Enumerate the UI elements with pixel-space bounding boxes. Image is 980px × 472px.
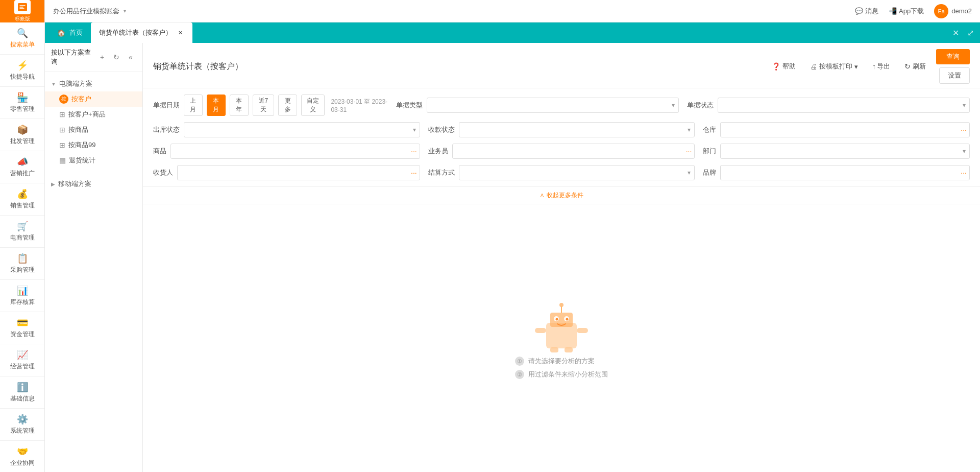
tree-item-label: 按客户+商品: [68, 110, 106, 119]
order-status-dropdown[interactable]: [718, 98, 970, 113]
refresh-scheme-btn[interactable]: ↻: [111, 52, 122, 63]
brand-input-area[interactable]: ···: [720, 165, 970, 180]
settlement-dropdown[interactable]: [459, 165, 695, 180]
tab-home[interactable]: 🏠 首页: [49, 22, 91, 43]
hint-num-2: ②: [515, 370, 524, 379]
date-btn-this-year[interactable]: 本年: [230, 95, 249, 116]
sidebar-item-inventory-calc[interactable]: 📊 库存核算: [0, 280, 45, 312]
app-title-dropdown-icon[interactable]: ▾: [124, 8, 126, 14]
user-area[interactable]: Ea demo2: [934, 4, 972, 18]
query-button[interactable]: 查询: [936, 49, 970, 64]
collapse-panel-btn[interactable]: «: [125, 52, 136, 63]
department-select[interactable]: [720, 144, 970, 159]
svg-rect-9: [577, 328, 588, 333]
sidebar-item-basic-info[interactable]: ℹ️ 基础信息: [0, 376, 45, 409]
settings-button[interactable]: 设置: [939, 67, 970, 84]
receiver-input-area[interactable]: ···: [177, 165, 420, 180]
capital-icon: 💳: [17, 317, 28, 328]
sidebar-item-sales-mgmt[interactable]: 💰 销售管理: [0, 183, 45, 216]
tree-item-by-goods99[interactable]: ⊞ 按商品99: [45, 137, 142, 153]
sidebar-item-retail-mgmt[interactable]: 🏪 零售管理: [0, 87, 45, 119]
tree-group-label: 电脑端方案: [59, 79, 92, 88]
export-label: 导出: [877, 62, 890, 71]
sidebar-item-ops-mgmt[interactable]: 📈 经营管理: [0, 344, 45, 376]
brand-dots-icon[interactable]: ···: [961, 169, 967, 177]
tab-sales-stat[interactable]: 销货单统计表（按客户） ✕: [91, 22, 192, 43]
basic-info-icon: ℹ️: [17, 382, 28, 393]
warehouse-input-area[interactable]: ···: [720, 122, 970, 137]
salesperson-input[interactable]: [452, 144, 695, 159]
warehouse-dots-icon[interactable]: ···: [961, 126, 967, 134]
warehouse-input[interactable]: [720, 122, 970, 137]
left-panel-header: 按以下方案查询 + ↻ «: [45, 43, 142, 72]
query-settings-btns: 查询 设置: [936, 49, 970, 84]
order-type-select[interactable]: [427, 98, 679, 113]
refresh-label: 刷新: [913, 62, 926, 71]
date-btn-more[interactable]: 更多: [278, 95, 297, 116]
sidebar-item-purchase-mgmt[interactable]: 📋 采购管理: [0, 248, 45, 280]
sidebar-item-wholesale-mgmt[interactable]: 📦 批发管理: [0, 119, 45, 151]
tree-item-return-stat[interactable]: ▦ 退货统计: [45, 153, 142, 168]
sidebar-item-search-menu[interactable]: 🔍 搜索菜单: [0, 22, 45, 55]
sidebar-item-quick-nav[interactable]: ⚡ 快捷导航: [0, 55, 45, 87]
add-scheme-btn[interactable]: +: [96, 52, 108, 63]
tab-maximize-icon[interactable]: ⤢: [965, 26, 976, 40]
template-print-btn[interactable]: 🖨 按模板打印 ▾: [806, 60, 862, 73]
tree-item-by-customer[interactable]: 按 按客户: [45, 91, 142, 107]
filter-item-department: 部门: [703, 144, 970, 159]
tab-label: 销货单统计表（按客户）: [99, 28, 172, 37]
message-btn[interactable]: 💬 消息: [855, 7, 878, 16]
payment-select[interactable]: [459, 122, 695, 137]
receiver-dots-icon[interactable]: ···: [411, 169, 417, 177]
system-icon: ⚙️: [17, 414, 28, 425]
tree-item-by-customer-goods[interactable]: ⊞ 按客户+商品: [45, 107, 142, 122]
export-btn[interactable]: ↑ 导出: [868, 60, 894, 73]
tab-close-icon[interactable]: ✕: [176, 29, 184, 37]
user-name: demo2: [951, 7, 972, 15]
goods-input-area[interactable]: ···: [170, 144, 420, 159]
date-btn-custom[interactable]: 自定义: [301, 95, 325, 116]
app-download-btn[interactable]: 📲 App下载: [889, 7, 924, 16]
sidebar-item-ecommerce-mgmt[interactable]: 🛒 电商管理: [0, 216, 45, 248]
svg-rect-1: [550, 313, 573, 327]
department-dropdown[interactable]: [720, 144, 970, 159]
sidebar-item-capital-mgmt[interactable]: 💳 资金管理: [0, 312, 45, 344]
delivery-dropdown[interactable]: [184, 122, 420, 137]
grid-icon-2: ⊞: [59, 126, 65, 134]
sidebar-item-enterprise-coop[interactable]: 🤝 企业协同: [0, 441, 45, 472]
tree-item-label: 按商品99: [68, 140, 95, 150]
tree-item-by-goods[interactable]: ⊞ 按商品: [45, 122, 142, 137]
salesperson-input-area[interactable]: ···: [452, 144, 695, 159]
goods-input[interactable]: [170, 144, 420, 159]
tree-group-mobile[interactable]: ▶ 移动端方案: [45, 176, 142, 192]
delivery-select[interactable]: [184, 122, 420, 137]
goods-dots-icon[interactable]: ···: [411, 147, 417, 155]
app-download-label: App下载: [899, 7, 924, 16]
empty-hint-2: ② 用过滤条件来缩小分析范围: [515, 370, 608, 379]
date-btn-last-month[interactable]: 上月: [184, 95, 203, 116]
tab-actions: ✕ ⤢: [950, 26, 976, 40]
order-status-select[interactable]: [718, 98, 970, 113]
help-btn[interactable]: ❓ 帮助: [768, 60, 800, 73]
export-icon: ↑: [872, 62, 876, 70]
receiver-input[interactable]: [177, 165, 420, 180]
tree-group-desktop[interactable]: ▼ 电脑端方案: [45, 76, 142, 91]
sidebar-item-system-mgmt[interactable]: ⚙️ 系统管理: [0, 409, 45, 441]
sidebar-item-label: 资金管理: [10, 330, 35, 339]
collapse-more-conditions-btn[interactable]: ∧ 收起更多条件: [143, 187, 980, 204]
department-label: 部门: [703, 147, 716, 156]
brand-input[interactable]: [720, 165, 970, 180]
salesperson-dots-icon[interactable]: ···: [686, 147, 692, 155]
help-label: 帮助: [782, 62, 796, 71]
filter-item-payment: 收款状态: [428, 122, 695, 137]
refresh-btn[interactable]: ↻ 刷新: [900, 60, 930, 73]
payment-dropdown[interactable]: [459, 122, 695, 137]
settlement-select[interactable]: [459, 165, 695, 180]
home-icon: 🏠: [57, 29, 65, 37]
tab-minimize-icon[interactable]: ✕: [950, 26, 961, 40]
date-btn-last-7-days[interactable]: 近7天: [253, 95, 274, 116]
order-type-dropdown[interactable]: [427, 98, 679, 113]
date-btn-this-month[interactable]: 本月: [207, 95, 226, 116]
sidebar-item-marketing[interactable]: 📣 营销推广: [0, 151, 45, 183]
sidebar-item-label: 营销推广: [10, 169, 35, 178]
